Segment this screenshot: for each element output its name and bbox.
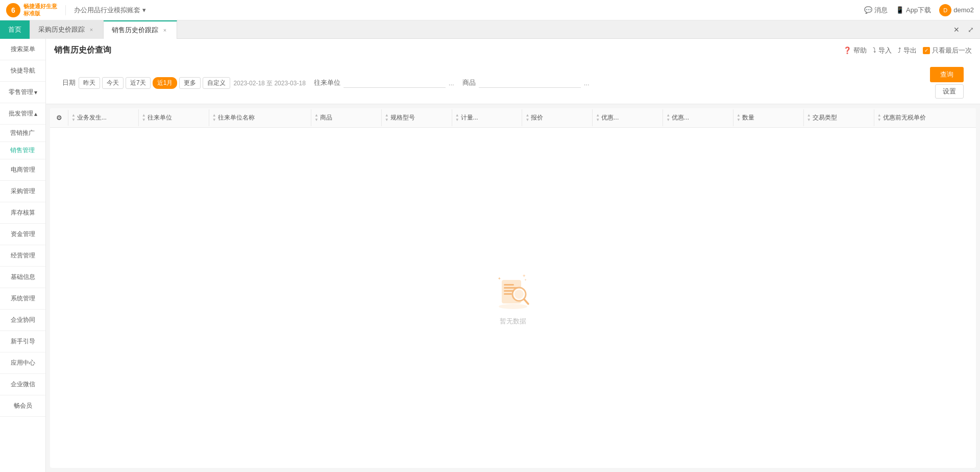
chevron-down-icon: ▾	[142, 6, 146, 14]
sidebar: 搜索菜单 快捷导航 零售管理 ▾ 批发管理 ▴ 营销推广 销售管理 电商管理 采…	[0, 39, 46, 472]
th-discount2: ▲ ▼ 优惠...	[663, 109, 733, 126]
th-spec: ▲ ▼ 规格型号	[382, 109, 452, 126]
sidebar-item-basics[interactable]: 基础信息	[0, 267, 45, 288]
empty-text: 暂无数据	[500, 317, 526, 326]
sidebar-item-quicknav[interactable]: 快捷导航	[0, 60, 45, 82]
goods-expand-btn[interactable]: ...	[584, 79, 590, 87]
date-btn-7days[interactable]: 近7天	[126, 77, 151, 89]
sidebar-item-sales[interactable]: 销售管理	[0, 142, 45, 159]
table-area: ⚙ ▲ ▼ 业务发生... ▲ ▼ 往来单位	[50, 108, 976, 468]
th-trade-type: ▲ ▼ 交易类型	[804, 109, 874, 126]
date-btn-1month[interactable]: 近1月	[153, 77, 178, 89]
th-date: ▲ ▼ 业务发生...	[68, 109, 139, 126]
sort-arrows-trade[interactable]: ▲ ▼	[807, 113, 811, 122]
message-icon: 💬	[864, 6, 872, 14]
sort-arrows-spec[interactable]: ▲ ▼	[385, 113, 389, 122]
sidebar-item-finance[interactable]: 资金管理	[0, 224, 45, 245]
table-header: ⚙ ▲ ▼ 业务发生... ▲ ▼ 往来单位	[50, 108, 976, 128]
tab-purchase-history[interactable]: 采购历史价跟踪 ×	[30, 20, 104, 39]
import-icon: ⤵	[873, 46, 876, 54]
sidebar-item-ecommerce[interactable]: 电商管理	[0, 159, 45, 181]
sidebar-item-purchase[interactable]: 采购管理	[0, 181, 45, 202]
goods-filter-group: 商品 ...	[462, 78, 590, 88]
only-last-checkbox[interactable]: ✓ 只看最后一次	[923, 46, 972, 55]
sidebar-item-inventory[interactable]: 库存核算	[0, 202, 45, 224]
sidebar-item-wechat[interactable]: 企业微信	[0, 374, 45, 395]
sort-arrows-date[interactable]: ▲ ▼	[71, 113, 76, 122]
svg-text:✦: ✦	[524, 278, 527, 281]
topbar-right: 💬 消息 📱 App下载 D demo2	[864, 4, 974, 16]
sidebar-item-marketing[interactable]: 营销推广	[0, 125, 45, 142]
sort-arrows-unit[interactable]: ▲ ▼	[455, 113, 459, 122]
avatar: D	[939, 4, 951, 16]
topbar: 6 畅捷通好生意 标准版 办公用品行业模拟账套 ▾ 💬 消息 📱 App下载 D…	[0, 0, 980, 20]
tab-purchase-label: 采购历史价跟踪	[38, 25, 85, 34]
page-header: 销售历史价查询 ❓ 帮助 ⤵ 导入 ⤴ 导出 ✓	[46, 39, 980, 104]
date-btn-more[interactable]: 更多	[179, 77, 201, 89]
tab-sales-history[interactable]: 销售历史价跟踪 ×	[104, 20, 177, 39]
message-button[interactable]: 💬 消息	[864, 6, 888, 15]
sort-arrows-price[interactable]: ▲ ▼	[525, 113, 529, 122]
sort-arrows-partner-name[interactable]: ▲ ▼	[212, 113, 216, 122]
sort-arrows-discount2[interactable]: ▲ ▼	[666, 113, 670, 122]
th-goods: ▲ ▼ 商品	[311, 109, 382, 126]
tab-home[interactable]: 首页	[0, 20, 30, 39]
setting-button[interactable]: 设置	[935, 84, 964, 99]
tab-purchase-close[interactable]: ×	[88, 26, 95, 33]
date-buttons: 昨天 今天 近7天 近1月 更多 自定义	[79, 77, 230, 89]
sidebar-item-system[interactable]: 系统管理	[0, 288, 45, 310]
page-actions: ❓ 帮助 ⤵ 导入 ⤴ 导出 ✓ 只看最后一次	[843, 46, 972, 55]
table-settings-icon[interactable]: ⚙	[50, 110, 68, 126]
chevron-up-icon: ▴	[34, 110, 37, 117]
org-selector[interactable]: 办公用品行业模拟账套 ▾	[74, 6, 146, 15]
goods-label: 商品	[462, 78, 476, 87]
partner-expand-btn[interactable]: ...	[449, 79, 454, 87]
svg-text:✦: ✦	[522, 273, 526, 278]
logo-icon: 6	[6, 3, 20, 17]
empty-illustration: ✦ ✦ ✦	[493, 270, 533, 311]
svg-rect-2	[504, 284, 514, 286]
export-button[interactable]: ⤴ 导出	[898, 46, 917, 55]
th-price: ▲ ▼ 报价	[522, 109, 593, 126]
maximize-window-button[interactable]: ⤢	[966, 25, 976, 35]
sidebar-item-search[interactable]: 搜索菜单	[0, 39, 45, 60]
sort-arrows-discount1[interactable]: ▲ ▼	[596, 113, 600, 122]
th-unit: ▲ ▼ 计量...	[452, 109, 523, 126]
date-btn-yesterday[interactable]: 昨天	[79, 77, 100, 89]
goods-input[interactable]	[479, 78, 581, 88]
partner-label: 往来单位	[314, 78, 340, 87]
svg-point-0	[499, 304, 527, 309]
tabbar-actions: ✕ ⤢	[951, 25, 980, 35]
sidebar-item-member[interactable]: 畅会员	[0, 395, 45, 417]
sidebar-item-operation[interactable]: 经营管理	[0, 245, 45, 267]
page-title-row: 销售历史价查询 ❓ 帮助 ⤵ 导入 ⤴ 导出 ✓	[54, 45, 972, 56]
date-btn-today[interactable]: 今天	[102, 77, 124, 89]
filter-right-actions: 查询 设置	[930, 67, 964, 99]
app-download-button[interactable]: 📱 App下载	[896, 6, 931, 15]
svg-point-7	[514, 290, 524, 299]
sidebar-item-apps[interactable]: 应用中心	[0, 352, 45, 374]
help-button[interactable]: ❓ 帮助	[843, 46, 867, 55]
sort-arrows-pretax[interactable]: ▲ ▼	[877, 113, 881, 122]
sidebar-item-retail[interactable]: 零售管理 ▾	[0, 82, 45, 103]
sidebar-item-newuser[interactable]: 新手引导	[0, 331, 45, 352]
tabbar: 首页 采购历史价跟踪 × 销售历史价跟踪 × ✕ ⤢	[0, 20, 980, 39]
gear-icon: ⚙	[56, 114, 62, 122]
sort-arrows-partner[interactable]: ▲ ▼	[142, 113, 146, 122]
filter-row: 日期 昨天 今天 近7天 近1月 更多 自定义 2023-02-18 至 202…	[54, 62, 972, 104]
query-button[interactable]: 查询	[930, 67, 964, 82]
th-partner-name: ▲ ▼ 往来单位名称	[209, 109, 311, 126]
close-window-button[interactable]: ✕	[951, 25, 962, 35]
sort-arrows-goods[interactable]: ▲ ▼	[314, 113, 318, 122]
user-menu-button[interactable]: D demo2	[939, 4, 974, 16]
sidebar-item-wholesale[interactable]: 批发管理 ▴	[0, 103, 45, 125]
partner-input[interactable]	[344, 78, 446, 88]
date-btn-custom[interactable]: 自定义	[203, 77, 230, 89]
sort-arrows-qty[interactable]: ▲ ▼	[737, 113, 741, 122]
import-button[interactable]: ⤵ 导入	[873, 46, 892, 55]
date-filter-group: 日期 昨天 今天 近7天 近1月 更多 自定义 2023-02-18 至 202…	[62, 77, 306, 89]
th-qty: ▲ ▼ 数量	[733, 109, 804, 126]
partner-filter-group: 往来单位 ...	[314, 78, 454, 88]
tab-sales-close[interactable]: ×	[161, 27, 168, 34]
sidebar-item-enterprise[interactable]: 企业协同	[0, 310, 45, 331]
